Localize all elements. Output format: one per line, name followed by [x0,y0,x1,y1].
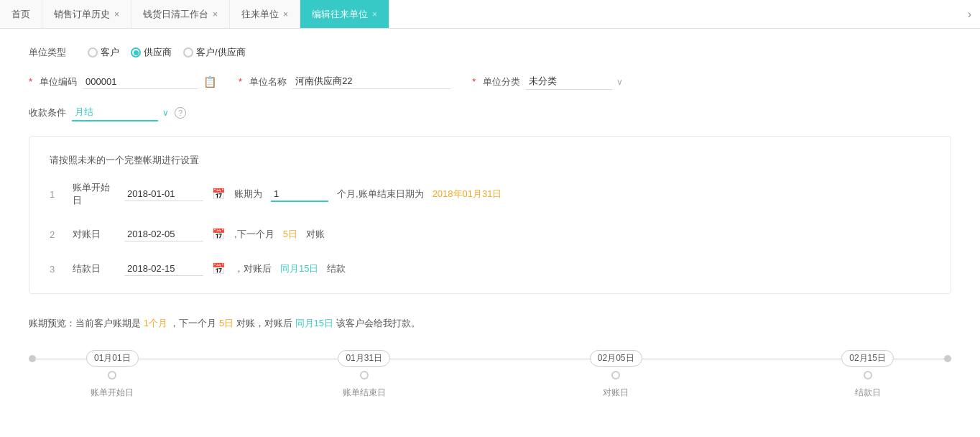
tab-edit-partner-label: 编辑往来单位 [312,8,368,21]
unit-name-field: * 单位名称 [239,75,450,89]
unit-code-field: * 单位编码 📋 [29,75,217,89]
setting-row-1: 1 账单开始日 2018-01-01 📅 账期为 个月,账单结束日期为 2018… [50,181,930,207]
unit-category-star: * [472,76,476,87]
settings-box: 请按照未来的一个完整帐期进行设置 1 账单开始日 2018-01-01 📅 账期… [29,136,951,294]
row-1-end-date: 2018年01月31日 [433,188,502,201]
unit-type-field: 单位类型 [29,46,66,59]
preview-sep2: 对账，对账后 [236,318,292,328]
payment-terms-label: 收款条件 [29,106,66,119]
unit-name-label: 单位名称 [249,75,287,88]
node-dot-1 [360,371,369,380]
radio-customer-supplier-circle [183,47,193,58]
tab-cash-workbench[interactable]: 钱货日清工作台 × [131,0,230,28]
radio-customer-circle [88,47,98,58]
preview-suffix: 该客户会给我打款。 [336,318,420,328]
node-dot-3 [864,371,872,380]
payment-terms-value: 月结 [72,104,158,121]
tab-edit-partner-close[interactable]: × [372,9,377,19]
unit-code-star: * [29,76,32,87]
timeline: 01月01日 账单开始日 01月31日 账单结束日 02月05日 对账日 02月… [29,350,951,399]
row-2-label: 对账日 [73,228,116,241]
tab-more-button[interactable]: › [959,0,980,28]
radio-customer-label: 客户 [101,46,119,59]
node-sublabel-0: 账单开始日 [91,387,134,399]
tab-partner-units-close[interactable]: × [283,9,288,19]
radio-customer-supplier-label: 客户/供应商 [196,46,246,59]
row-3-highlight: 同月15日 [280,262,318,275]
unit-category-field: * 单位分类 未分类 ∨ [472,73,623,90]
row-1-period-input[interactable] [271,187,328,202]
unit-category-select[interactable]: 未分类 ∨ [526,73,623,90]
preview-part3: 同月15日 [295,318,333,328]
radio-supplier-label: 供应商 [144,46,172,59]
unit-name-input[interactable] [292,75,450,89]
row-3-suffix-before: ，对账后 [234,262,272,275]
preview-sep1: ，下一个月 [170,318,216,328]
payment-terms-field: 收款条件 月结 ∨ ? [29,104,186,121]
node-badge-3: 02月15日 [841,350,894,367]
help-icon[interactable]: ? [175,107,186,119]
payment-terms-chevron-icon[interactable]: ∨ [162,108,169,118]
timeline-node-1: 01月31日 账单结束日 [338,350,390,399]
tab-edit-partner[interactable]: 编辑往来单位 × [300,0,389,28]
unit-type-row: 单位类型 客户 供应商 客户/供应商 [29,46,951,59]
tab-sales-history-label: 销售订单历史 [54,8,110,21]
unit-name-star: * [239,76,242,87]
row-1-period-prefix: 账期为 [234,188,262,201]
radio-supplier-dot [134,50,139,55]
node-sublabel-1: 账单结束日 [343,387,386,399]
timeline-node-3: 02月15日 结款日 [841,350,894,399]
row-1-num: 1 [50,189,64,200]
row-3-num: 3 [50,264,64,275]
node-badge-0: 01月01日 [86,350,139,367]
row-2-date: 2018-02-05 [124,227,203,242]
tab-sales-history-close[interactable]: × [114,9,119,19]
tab-partner-units-label: 往来单位 [241,8,279,21]
row-2-suffix-before: ,下一个月 [234,228,274,241]
node-sublabel-3: 结款日 [855,387,881,399]
timeline-right-dot [944,355,951,362]
preview-part2: 5日 [219,318,234,328]
node-badge-1: 01月31日 [338,350,390,367]
tab-partner-units[interactable]: 往来单位 × [230,0,300,28]
payment-terms-select[interactable]: 月结 ∨ [72,104,169,121]
tab-home[interactable]: 首页 [0,0,42,28]
row-3-label: 结款日 [73,262,116,275]
row-3-suffix-after: 结款 [327,262,346,275]
row-1-period-suffix: 个月,账单结束日期为 [337,188,424,201]
tab-cash-workbench-close[interactable]: × [213,9,218,19]
preview-part1: 1个月 [144,318,167,328]
preview-label: 账期预览：当前客户账期是 [29,318,141,328]
timeline-left-dot [29,355,36,362]
tab-home-label: 首页 [11,8,30,21]
unit-category-value: 未分类 [526,73,612,90]
preview-text: 账期预览：当前客户账期是 1个月 ，下一个月 5日 对账，对账后 同月15日 该… [29,317,951,330]
unit-code-calendar-icon[interactable]: 📋 [203,75,217,88]
radio-supplier[interactable]: 供应商 [131,46,172,59]
timeline-nodes: 01月01日 账单开始日 01月31日 账单结束日 02月05日 对账日 02月… [43,350,937,399]
row-2-suffix-after: 对账 [306,228,325,241]
row-1-calendar-icon[interactable]: 📅 [212,188,226,201]
node-sublabel-2: 对账日 [603,387,629,399]
unit-category-chevron-icon[interactable]: ∨ [616,77,623,87]
timeline-node-2: 02月05日 对账日 [590,350,642,399]
radio-customer-supplier[interactable]: 客户/供应商 [183,46,246,59]
tab-sales-history[interactable]: 销售订单历史 × [42,0,131,28]
unit-category-label: 单位分类 [483,75,520,88]
unit-type-label: 单位类型 [29,46,66,59]
row-1-date: 2018-01-01 [124,187,203,201]
unit-code-label: 单位编码 [40,75,77,88]
row-3-calendar-icon[interactable]: 📅 [212,262,226,275]
settings-title: 请按照未来的一个完整帐期进行设置 [50,154,930,167]
row-3-date: 2018-02-15 [124,262,203,276]
node-dot-0 [108,371,116,380]
unit-code-input[interactable] [83,75,198,89]
setting-row-3: 3 结款日 2018-02-15 📅 ，对账后 同月15日 结款 [50,262,930,276]
timeline-node-0: 01月01日 账单开始日 [86,350,139,399]
row-2-num: 2 [50,229,64,240]
radio-customer[interactable]: 客户 [88,46,119,59]
radio-supplier-circle [131,47,141,58]
row-2-highlight: 5日 [283,228,297,241]
setting-row-2: 2 对账日 2018-02-05 📅 ,下一个月 5日 对账 [50,227,930,242]
row-2-calendar-icon[interactable]: 📅 [212,228,226,241]
